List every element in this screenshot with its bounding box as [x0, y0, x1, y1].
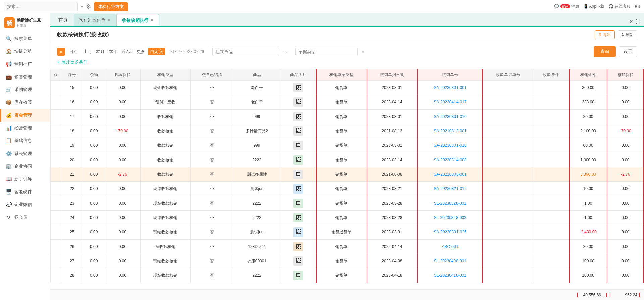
filter-toggle-btn[interactable]: » — [57, 48, 65, 56]
cell-goods-img: 🖼 — [280, 268, 316, 283]
sidebar-label-vip: 畅会员 — [14, 214, 28, 220]
settings-filter-btn[interactable]: 设置 — [619, 46, 637, 57]
query-btn[interactable]: 查询 — [594, 46, 616, 57]
sidebar-item-system[interactable]: ⚙️ 系统管理 — [0, 147, 50, 160]
write-off-no-link[interactable]: ABC-001 — [442, 244, 459, 249]
cell-write-off-type: 预付冲应收 — [141, 95, 191, 110]
sidebar-item-finance[interactable]: 💰 资金管理 — [0, 109, 50, 122]
tab-expand-btn[interactable]: ⛶ — [636, 19, 641, 25]
sidebar: 畅 畅捷通好生意 标准版 🔍 搜索菜单 🏠 快捷导航 📢 营销推广 💼 销售管理… — [0, 13, 50, 300]
sidebar-item-operation[interactable]: 📊 经营管理 — [0, 122, 50, 134]
date-btn-this-year[interactable]: 本年 — [107, 48, 119, 55]
col-receipt-condition: 收款条件 — [533, 69, 569, 81]
sidebar-item-inventory[interactable]: 📦 库存核算 — [0, 96, 50, 109]
write-off-no-link[interactable]: SA-20230331-026 — [434, 230, 466, 234]
date-btn-this-month[interactable]: 本月 — [95, 48, 106, 55]
cell-write-off-amount: 100.00 — [569, 254, 607, 268]
write-off-no-link[interactable]: SA-20210808-001 — [434, 172, 466, 177]
cell-write-off-type: 预收款核销 — [141, 240, 191, 254]
cell-seq: 15 — [61, 81, 83, 95]
tab-collection-close[interactable]: ✕ — [150, 18, 153, 23]
col-gear[interactable]: ⚙ — [51, 69, 61, 81]
more-dots: ··· — [283, 49, 291, 54]
partner-filter[interactable] — [212, 48, 279, 56]
table-area[interactable]: ⚙ 序号 余额 现金折扣 核销类型 包含已结清 商品 商品图片 核销单据类型 核… — [50, 69, 644, 289]
cell-write-off-type: 收款核销 — [141, 110, 191, 124]
date-btn-7days[interactable]: 近7天 — [120, 48, 134, 55]
cell-balance: 0.00 — [83, 110, 105, 124]
cell-goods: 衣服00001 — [233, 254, 280, 268]
expand-more[interactable]: ∨ 展开更多条件 — [57, 59, 637, 65]
app-download[interactable]: 📱 App下载 — [583, 4, 604, 9]
solution-btn[interactable]: 体验行业方案 — [94, 2, 128, 11]
cell-goods: 2222 — [233, 268, 280, 283]
logo-text: 畅捷通好生意 标准版 — [17, 17, 41, 28]
cell-write-off-no: SA-20230301-010 — [417, 138, 483, 153]
cell-receipt-order-no — [483, 225, 533, 240]
tab-home[interactable]: 首页 — [53, 14, 73, 26]
tab-collection[interactable]: 收款核销执行 ✕ — [116, 14, 159, 26]
sidebar-item-base[interactable]: 📋 基础信息 — [0, 134, 50, 147]
table-row: 17 0.00 0.00 收款核销 否 999 🖼 销货单 2023-03-01… — [51, 110, 644, 124]
cell-write-off-amount: 360.00 — [569, 81, 607, 95]
online-service[interactable]: 🎧 在线客服 — [608, 4, 631, 9]
sidebar-item-nav[interactable]: 🏠 快捷导航 — [0, 45, 50, 58]
settings-icon[interactable]: ⚙ — [86, 3, 91, 10]
sidebar-item-marketing[interactable]: 📢 营销推广 — [0, 58, 50, 71]
date-btn-custom[interactable]: 自定义 — [148, 48, 165, 55]
table-row: 21 0.00 -2.76 收款核销 否 测试多属性 🖼 销货单 2021-08… — [51, 167, 644, 182]
write-off-no-link[interactable]: SA-20230414-017 — [434, 100, 466, 104]
cell-write-off-no: SA-20210813-001 — [417, 124, 483, 138]
footer-write-off-discount: 952.24 — [610, 293, 640, 297]
write-off-no-link[interactable]: SL-20230418-001 — [434, 273, 466, 278]
cell-write-off-bill-type: 销货单 — [316, 196, 367, 211]
write-off-no-link[interactable]: SA-20230301-010 — [434, 143, 466, 148]
message-area[interactable]: 💬 99+ 消息 — [554, 4, 579, 9]
cell-cash-discount: 0.00 — [105, 95, 141, 110]
cell-goods-img: 🖼 — [280, 95, 316, 110]
cell-write-off-bill-type: 销货单 — [316, 124, 367, 138]
write-off-no-link[interactable]: SL-20230408-001 — [434, 259, 466, 263]
write-off-no-link[interactable]: SA-20230321-012 — [434, 186, 466, 191]
bill-type-dropdown-icon[interactable]: ▾ — [362, 49, 364, 55]
cell-write-off-bill-type: 销货单 — [316, 95, 367, 110]
sidebar-item-wechat[interactable]: 💬 企业微信 — [0, 198, 50, 211]
sidebar-item-guide[interactable]: 📖 新手引导 — [0, 173, 50, 185]
cell-seq: 18 — [61, 124, 83, 138]
cell-gear — [51, 95, 61, 110]
cell-seq: 16 — [61, 95, 83, 110]
cell-cash-discount: 0.00 — [105, 240, 141, 254]
write-off-no-link[interactable]: SA-20210813-001 — [434, 129, 466, 133]
refresh-btn[interactable]: ↻ 刷新 — [618, 30, 637, 39]
sidebar-item-enterprise[interactable]: 🏢 企业协同 — [0, 160, 50, 173]
write-off-no-link[interactable]: SA-20230314-008 — [434, 158, 466, 162]
sidebar-item-hardware[interactable]: 🖥️ 智能硬件 — [0, 185, 50, 198]
cell-write-off-discount: -70.00 — [607, 124, 644, 138]
cell-receipt-order-no — [483, 268, 533, 283]
user-label[interactable]: Rit — [635, 4, 640, 9]
date-btn-last-month[interactable]: 上月 — [82, 48, 93, 55]
bill-type-filter[interactable] — [295, 48, 358, 56]
cell-write-off-date: 2023-04-18 — [367, 268, 418, 283]
export-btn[interactable]: ⬆ 导出 — [595, 30, 614, 39]
message-label: 消息 — [571, 4, 579, 9]
cell-gear — [51, 167, 61, 182]
cell-receipt-condition — [533, 153, 569, 167]
tab-close-btn[interactable]: ✕ — [629, 18, 633, 25]
cell-balance: 0.00 — [83, 95, 105, 110]
tab-prepay-close[interactable]: ✕ — [107, 18, 110, 23]
sidebar-item-purchase[interactable]: 🛒 采购管理 — [0, 83, 50, 96]
sidebar-item-sales[interactable]: 💼 销售管理 — [0, 71, 50, 83]
write-off-no-link[interactable]: SA-20230301-010 — [434, 114, 466, 119]
sidebar-item-vip[interactable]: V 畅会员 — [0, 211, 50, 224]
top-search-input[interactable] — [4, 2, 78, 11]
cell-write-off-discount: 0.00 — [607, 211, 644, 225]
write-off-no-link[interactable]: SL-20230328-002 — [434, 215, 466, 220]
date-btn-more[interactable]: 更多 — [135, 48, 147, 55]
dropdown-icon[interactable]: ▾ — [80, 3, 83, 10]
write-off-no-link[interactable]: SL-20230328-001 — [434, 201, 466, 206]
sidebar-item-search[interactable]: 🔍 搜索菜单 — [0, 32, 50, 45]
cell-write-off-amount: 1.00 — [569, 196, 607, 211]
write-off-no-link[interactable]: SA-20230301-001 — [434, 85, 466, 90]
tab-prepay[interactable]: 预付冲应付单 ✕ — [74, 14, 116, 26]
